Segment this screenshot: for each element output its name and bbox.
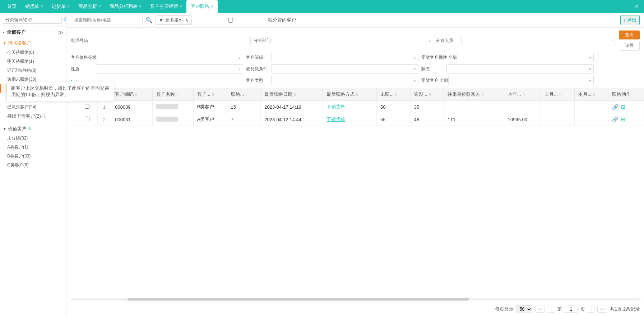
sidebar-group-pending[interactable]: ▼ 待联络客户 — [0, 38, 66, 48]
nav-close-customer-contact[interactable]: × — [211, 4, 213, 9]
page-last-btn[interactable]: ≫ — [597, 306, 607, 313]
th-last-contact-method[interactable]: 最后联络方式 ⇅ — [323, 88, 377, 101]
customer-type-select[interactable]: ∨ — [271, 76, 418, 85]
customer-type-label: 客户类型 — [246, 77, 271, 84]
person-select[interactable]: ··· — [461, 36, 616, 45]
retail-attr-select[interactable]: ∨ — [457, 53, 594, 62]
row1-this-month — [574, 101, 608, 113]
filter-row-1: 电话号码 分管部门 ∨ 分管人员 ··· — [71, 30, 640, 51]
th-code[interactable]: 客户编码 ⇅ — [111, 88, 152, 101]
nav-close-product-analysis-list[interactable]: × — [139, 4, 142, 9]
settings-btn[interactable]: 设置 — [619, 41, 640, 51]
th-level[interactable]: 客户... ⇅ — [193, 88, 227, 101]
arrow-down-icon: ▼ — [3, 41, 6, 45]
row1-this-year — [504, 101, 541, 113]
row1-link-icon[interactable]: 🔗 — [612, 104, 618, 110]
th-last-month[interactable]: 上月... ⇅ — [541, 88, 575, 101]
sort-icon-10: ⇅ — [522, 93, 525, 96]
filter-customer-level: 客户等级 ∨ — [246, 53, 418, 62]
sidebar-item-churned[interactable]: 已流失客户(24) — [0, 103, 66, 112]
scrollbar-track — [71, 298, 640, 301]
nav-close-customer-tiering[interactable]: × — [180, 4, 182, 9]
sidebar-item-tomorrow[interactable]: 明天待联络(1) — [0, 57, 66, 66]
page-input[interactable] — [565, 306, 578, 313]
row2-link-icon[interactable]: 🔗 — [612, 117, 618, 122]
nav-customer-contact[interactable]: 客户联络 × — [186, 0, 218, 13]
chevron-down-icon-8: ∨ — [413, 79, 416, 82]
payment-select[interactable]: ∨ — [271, 64, 418, 74]
horizontal-scrollbar[interactable] — [66, 296, 644, 302]
page-first-btn[interactable]: ≪ — [535, 306, 545, 313]
nav-customer-tiering[interactable]: 客户分层经营 × — [146, 0, 186, 13]
row2-check[interactable] — [85, 117, 89, 121]
page-label: 第 — [557, 306, 562, 312]
retail-customer-select[interactable]: ∨ — [448, 76, 594, 85]
sidebar-item-today[interactable]: 今天待联络(0) — [0, 48, 66, 57]
retail-customer-label: 零散客户 全部 — [421, 77, 448, 84]
export-btn[interactable]: ↑ 导出 — [620, 15, 640, 25]
row2-name — [152, 113, 193, 126]
phone-input[interactable] — [96, 36, 251, 45]
sidebar-all-customers[interactable]: ▪ 全部客户 ≫ — [0, 27, 66, 38]
row1-grid-icon[interactable]: ⊞ — [621, 104, 625, 110]
nav-product-analysis[interactable]: 商品分析 × — [74, 0, 105, 13]
sidebar-item-class-a[interactable]: A类客户(1) — [0, 143, 66, 152]
info-icon-3: ⓘ — [42, 114, 46, 119]
status-select[interactable]: ∨ — [446, 64, 594, 74]
sidebar-group-value[interactable]: ▼ 价值客户 ✎ — [0, 124, 66, 134]
th-uncontacted[interactable]: 未联... ⇅ — [377, 88, 411, 101]
sidebar-search-input[interactable] — [3, 16, 62, 24]
my-customers-checkbox[interactable] — [195, 18, 267, 23]
scrollbar-thumb[interactable] — [128, 298, 469, 301]
nav-close-sales[interactable]: × — [41, 4, 43, 9]
nav-home[interactable]: 首页 — [3, 0, 21, 13]
per-page-select[interactable]: 50 — [516, 305, 532, 313]
search-button[interactable]: 🔍 — [145, 17, 153, 24]
query-btn[interactable]: 查询 — [619, 30, 640, 39]
my-customers-label[interactable]: 我分管的客户 — [195, 17, 296, 23]
sidebar-search-area: 🔍 — [0, 13, 66, 27]
more-filter-btn[interactable]: ▼ 更多条件 ∧ — [156, 15, 192, 25]
th-this-year[interactable]: 本年... ⇅ — [504, 88, 541, 101]
row1-last-month — [541, 101, 575, 113]
th-contact[interactable]: 联络... ⇅ — [227, 88, 261, 101]
page-next-btn[interactable]: › — [588, 306, 594, 313]
row1-contact: 15 — [227, 101, 261, 113]
nav-product-analysis-list[interactable]: 商品分析列表 × — [105, 0, 146, 13]
row2-checkbox[interactable] — [81, 113, 97, 126]
window-close-btn[interactable]: × — [632, 3, 641, 10]
row2-last-method[interactable]: 下销货单 — [323, 113, 377, 126]
sort-icon-11: ⇅ — [559, 93, 562, 96]
edit-icon[interactable]: ✎ — [28, 126, 32, 132]
gender-select[interactable]: ∨ — [96, 64, 243, 74]
row2-this-year: 10995.00 — [504, 113, 541, 126]
filter-dept: 分管部门 ∨ — [254, 36, 434, 45]
sidebar-item-ungroups[interactable]: 未分组(32) — [0, 134, 66, 143]
nav-sales[interactable]: 销货单 × — [21, 0, 47, 13]
sidebar-item-7days[interactable]: 近7天待联络(0) — [0, 66, 66, 75]
nav-purchase[interactable]: 进货单 × — [47, 0, 74, 13]
price-level-select[interactable]: ∨ — [97, 53, 243, 62]
th-last-contact-date[interactable]: 最后联络日期 ⇅ — [261, 88, 323, 101]
row2-grid-icon[interactable]: ⊞ — [621, 117, 625, 122]
dept-select[interactable]: ∨ — [279, 36, 434, 45]
th-overdue[interactable]: 逾期... ⇅ — [410, 88, 444, 101]
th-name[interactable]: 客户名称 ⇅ — [152, 88, 193, 101]
nav-close-product-analysis[interactable]: × — [98, 4, 101, 9]
sidebar-item-class-b[interactable]: B类客户(33) — [0, 152, 66, 161]
th-company-contact[interactable]: 往来单位联系人 ⇅ — [444, 88, 504, 101]
sidebar-item-declining[interactable]: 持续下滑客户(2) ⓘ — [0, 112, 66, 121]
row1-check[interactable] — [85, 104, 89, 109]
sidebar-search-icon[interactable]: 🔍 — [63, 17, 66, 23]
search-input[interactable] — [71, 16, 143, 24]
row1-last-method[interactable]: 下销货单 — [323, 101, 377, 113]
th-this-month[interactable]: 本月... ⇅ — [574, 88, 608, 101]
page-prev-btn[interactable]: ‹ — [548, 306, 554, 313]
nav-close-purchase[interactable]: × — [67, 4, 70, 9]
sidebar-item-class-c[interactable]: C类客户(6) — [0, 161, 66, 170]
sidebar-collapse-btn[interactable]: ≫ — [58, 30, 63, 35]
customer-level-label: 客户等级 — [246, 55, 271, 61]
row1-checkbox[interactable] — [81, 101, 97, 113]
customer-level-select[interactable]: ∨ — [271, 53, 418, 62]
sort-icon-12: ⇅ — [593, 93, 596, 96]
